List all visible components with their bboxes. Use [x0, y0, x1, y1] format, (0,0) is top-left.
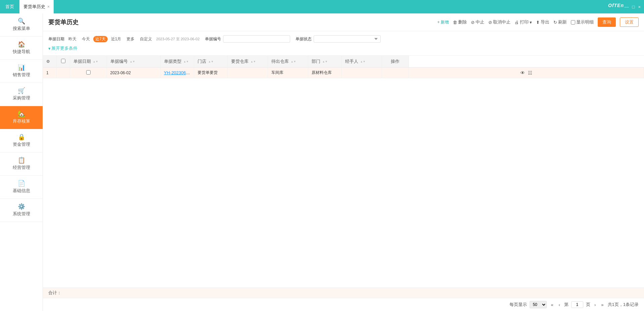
sidebar-item-label: 搜索菜单 [13, 26, 30, 32]
prev-page-btn[interactable]: ‹ [557, 302, 561, 307]
th-type[interactable]: 单据类型 ▲▼ [160, 56, 194, 68]
docno-filter-label: 单据编号 [205, 36, 221, 42]
date-btn-7days[interactable]: 近7天 [93, 36, 108, 42]
search-menu-icon: 🔍 [18, 18, 25, 24]
status-filter-label: 单据状态 [296, 36, 312, 42]
stop-icon: ⊘ [471, 20, 475, 25]
th-reqwh[interactable]: 要货仓库 ▲▼ [227, 56, 268, 68]
next-page-btn[interactable]: › [593, 302, 597, 307]
date-btn-more[interactable]: 更多 [124, 36, 137, 42]
page-input[interactable] [571, 301, 583, 308]
date-filter-label: 单据日期 [48, 36, 64, 42]
delete-icon: 🗑 [453, 20, 457, 25]
print-button[interactable]: 🖨 打印 ▾ [515, 19, 532, 25]
settings-button[interactable]: 设置 [620, 17, 639, 27]
date-btn-today[interactable]: 今天 [80, 36, 92, 42]
top-bar: 首页 要货单历史 × OfTEn — □ × [0, 0, 644, 13]
row-ops: 👁 ☷ [409, 68, 644, 78]
row-checkbox[interactable] [86, 70, 91, 75]
display-detail-checkbox[interactable] [571, 20, 575, 25]
sort-date-icon: ▲▼ [93, 60, 98, 63]
sidebar-item-operations[interactable]: 📋 经营管理 [0, 152, 43, 176]
main-layout: 🔍 搜索菜单 🏠 快捷导航 📊 销售管理 🛒 采购管理 🏡 库存核算 🔒 资金管… [0, 13, 644, 311]
home-tab[interactable]: 首页 [0, 0, 19, 13]
print-icon: 🖨 [515, 20, 519, 25]
sidebar-item-system[interactable]: ⚙️ 系统管理 [0, 199, 43, 222]
sidebar-item-search-menu[interactable]: 🔍 搜索菜单 [0, 13, 43, 37]
tab-close-icon[interactable]: × [47, 4, 50, 9]
row-type: 要货单要货 [194, 68, 227, 78]
sort-pendwh-icon: ▲▼ [291, 60, 296, 63]
th-store[interactable]: 门店 ▲▼ [194, 56, 227, 68]
row-pendwh: 原材料仓库 [308, 68, 341, 78]
date-btn-custom[interactable]: 自定义 [138, 36, 154, 42]
page-label: 第 [564, 302, 569, 308]
display-detail-button[interactable]: 显示明细 [571, 19, 594, 25]
window-close-icon[interactable]: × [638, 4, 641, 9]
sidebar-item-basics[interactable]: 📄 基础信息 [0, 176, 43, 199]
th-docno[interactable]: 单据编号 ▲▼ [107, 56, 160, 68]
th-ops: 操作 [382, 56, 409, 68]
sidebar-item-label: 资金管理 [13, 141, 30, 147]
refresh-button[interactable]: ↻ 刷新 [553, 19, 567, 25]
cancel-stop-button[interactable]: ⊘ 取消中止 [488, 19, 511, 25]
row-docno[interactable]: YH-20230602-4 [160, 68, 194, 78]
date-btn-group: 昨天 今天 近7天 近1月 更多 自定义 [66, 36, 154, 42]
export-icon: ⬆ [536, 20, 540, 25]
row-edit-icon[interactable]: 👁 [520, 70, 525, 76]
sidebar-item-label: 快捷导航 [13, 49, 30, 55]
new-button[interactable]: + 新增 [437, 19, 449, 25]
sidebar-item-label: 系统管理 [13, 211, 30, 217]
page-header: 要货单历史 + 新增 🗑 删除 ⊘ 中止 ⊘ 取消中止 🖨 打印 [43, 13, 644, 31]
expand-more-icon: ▾ [48, 46, 51, 51]
print-chevron-icon: ▾ [530, 20, 532, 25]
docno-input[interactable] [223, 35, 290, 43]
total-info: 共1页，1条记录 [608, 302, 639, 308]
sidebar-item-sales[interactable]: 📊 销售管理 [0, 60, 43, 83]
th-date[interactable]: 单据日期 ▲▼ [70, 56, 107, 68]
th-handler[interactable]: 经手人 ▲▼ [341, 56, 382, 68]
operations-icon: 📋 [18, 157, 25, 163]
sidebar-item-label: 销售管理 [13, 72, 30, 78]
sidebar-item-purchase[interactable]: 🛒 采购管理 [0, 83, 43, 106]
sidebar-item-finance[interactable]: 🔒 资金管理 [0, 129, 43, 152]
sort-docno-icon: ▲▼ [130, 60, 135, 63]
th-settings[interactable]: ⚙ [43, 56, 56, 68]
per-page-select[interactable]: 10 20 50 100 [530, 301, 547, 308]
row-check[interactable] [70, 68, 107, 78]
table-body: 1 2023-06-02 YH-20230602-4 要货单要货 车间库 原材料… [43, 68, 644, 78]
date-btn-1month[interactable]: 近1月 [109, 36, 123, 42]
th-pendwh[interactable]: 待出仓库 ▲▼ [268, 56, 308, 68]
purchase-icon: 🛒 [18, 88, 25, 94]
maximize-icon[interactable]: □ [632, 4, 635, 9]
first-page-btn[interactable]: « [549, 302, 554, 307]
sidebar-item-quick-nav[interactable]: 🏠 快捷导航 [0, 37, 43, 60]
sidebar-item-inventory[interactable]: 🏡 库存核算 [0, 106, 43, 129]
date-btn-yesterday[interactable]: 昨天 [66, 36, 78, 42]
delete-button[interactable]: 🗑 删除 [453, 19, 467, 25]
row-reqwh: 车间库 [268, 68, 308, 78]
export-button[interactable]: ⬆ 导出 [536, 19, 549, 25]
table-area: ⚙ 单据日期 ▲▼ 单据编号 ▲▼ 单据类型 [43, 56, 644, 287]
page-title: 要货单历史 [48, 18, 78, 30]
th-dept[interactable]: 部门 ▲▼ [308, 56, 341, 68]
active-tab[interactable]: 要货单历史 × [19, 0, 54, 13]
system-icon: ⚙️ [18, 204, 25, 210]
row-handler [382, 68, 409, 78]
pagination-bar: 每页显示 10 20 50 100 « ‹ 第 页 › » 共1页，1条记录 [43, 298, 644, 311]
basics-icon: 📄 [18, 180, 25, 186]
active-tab-label: 要货单历史 [23, 4, 45, 10]
row-more-icon[interactable]: ☷ [528, 70, 532, 76]
stop-button[interactable]: ⊘ 中止 [471, 19, 484, 25]
summary-label: 合计： [48, 290, 61, 296]
sort-reqwh-icon: ▲▼ [251, 60, 256, 63]
select-all-checkbox[interactable] [61, 59, 65, 63]
last-page-btn[interactable]: » [600, 302, 605, 307]
expand-more-btn[interactable]: ▾ 展开更多条件 [48, 45, 639, 51]
th-check[interactable] [56, 56, 70, 68]
minimize-icon[interactable]: — [625, 4, 629, 9]
row-store [227, 68, 268, 78]
status-select[interactable] [314, 35, 381, 43]
row-num: 1 [43, 68, 56, 78]
query-button[interactable]: 查询 [598, 17, 616, 27]
